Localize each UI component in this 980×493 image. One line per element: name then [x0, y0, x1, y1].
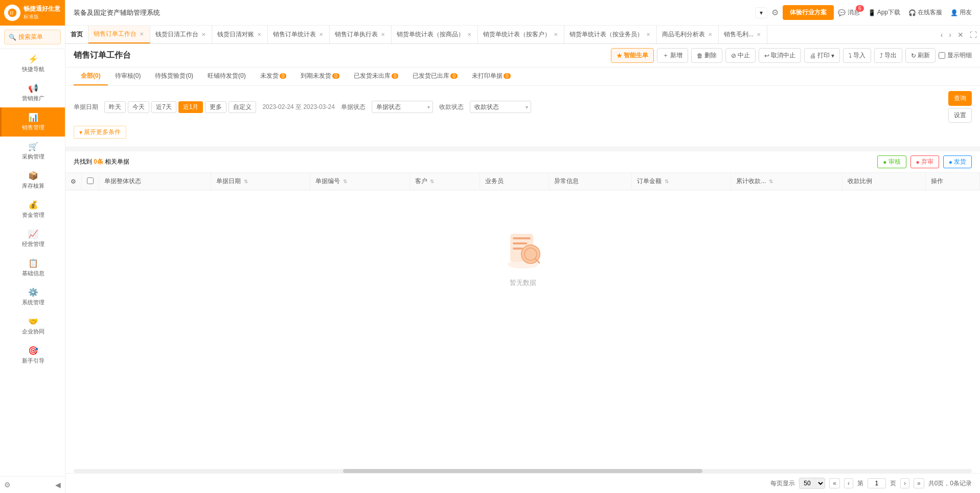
- sidebar-item-quick-nav[interactable]: ⚡ 快捷导航: [0, 49, 65, 78]
- tab-sales-summary-staff[interactable]: 销货单统计表（按业务员） ✕: [564, 26, 657, 43]
- tab-close-sales-exec[interactable]: ✕: [380, 31, 386, 38]
- tab-home[interactable]: 首页: [65, 26, 88, 43]
- refresh-button[interactable]: ↻ 刷新: [905, 48, 936, 63]
- sidebar-item-finance[interactable]: 💰 资金管理: [0, 195, 65, 224]
- tab-close-sales-order[interactable]: ✕: [139, 31, 145, 37]
- system-dropdown-button[interactable]: ▾: [755, 7, 767, 18]
- tab-sales-exec[interactable]: 销售订单执行表 ✕: [330, 26, 392, 43]
- sidebar-item-purchase[interactable]: 🛒 采购管理: [0, 137, 65, 166]
- col-client[interactable]: 客户 ⇅: [409, 173, 480, 190]
- user-menu-button[interactable]: 👤 用友: [950, 8, 972, 17]
- print-button[interactable]: 🖨 打印 ▾: [804, 48, 840, 63]
- subtab-pending-review[interactable]: 待审核(0): [108, 68, 148, 85]
- deliver-button[interactable]: ● 发货: [943, 155, 972, 168]
- date-btn-yesterday[interactable]: 昨天: [104, 101, 126, 113]
- tab-margin-analysis[interactable]: 商品毛利分析表 ✕: [657, 26, 719, 43]
- per-page-select[interactable]: 10 20 50 100: [799, 478, 825, 489]
- subtab-not-shipped[interactable]: 未发货0: [253, 68, 294, 85]
- prev-page-button[interactable]: ‹: [844, 478, 853, 488]
- delete-button[interactable]: 🗑 删除: [691, 48, 722, 63]
- query-button[interactable]: 查询: [948, 91, 972, 106]
- search-menu-button[interactable]: 🔍 搜索菜单: [4, 30, 61, 44]
- col-checkbox[interactable]: [82, 173, 99, 190]
- show-detail-checkbox[interactable]: [939, 52, 945, 59]
- tab-sales-summary-client[interactable]: 销货单统计表（按客户） ✕: [478, 26, 564, 43]
- tab-sales-stat[interactable]: 销售订单统计表 ✕: [268, 26, 330, 43]
- tab-sales-summary-product[interactable]: 销货单统计表（按商品） ✕: [392, 26, 478, 43]
- tab-sales-more[interactable]: 销售毛利... ✕: [719, 26, 767, 43]
- date-btn-1month[interactable]: 近1月: [178, 101, 203, 113]
- subtab-not-printed[interactable]: 未打印单据0: [465, 68, 518, 85]
- sidebar-item-collab[interactable]: 🤝 企业协同: [0, 311, 65, 341]
- date-btn-7days[interactable]: 近7天: [151, 101, 176, 113]
- import-button[interactable]: ⤵ 导入: [843, 48, 871, 63]
- subtab-pending-inspect[interactable]: 待拣货验货(0): [148, 68, 200, 85]
- message-button[interactable]: 💬 消息 6: [838, 8, 860, 17]
- col-collected[interactable]: 累计收款... ⇅: [731, 173, 842, 190]
- table-area: 共找到 0条 相关单据 ● 审核 ● 弃审 ● 发货: [65, 151, 980, 493]
- show-detail-label[interactable]: 显示明细: [939, 51, 972, 60]
- tab-close-sales-stat[interactable]: ✕: [318, 31, 324, 38]
- payment-select[interactable]: 收款状态: [470, 101, 531, 113]
- sidebar-item-inventory[interactable]: 📦 库存核算: [0, 166, 65, 195]
- sidebar-item-marketing[interactable]: 📢 营销推广: [0, 78, 65, 107]
- col-settings[interactable]: ⚙: [65, 173, 82, 190]
- cancel-suspend-button[interactable]: ↩ 取消中止: [759, 48, 801, 63]
- deliver-icon: ●: [949, 159, 952, 166]
- online-service-button[interactable]: 🎧 在线客服: [908, 8, 942, 17]
- unapprove-button[interactable]: ● 弃审: [910, 155, 939, 168]
- logo-area: 好 畅捷通好生意 标准版: [0, 0, 65, 26]
- col-number[interactable]: 单据编号 ⇅: [310, 173, 409, 190]
- new-button[interactable]: ＋ 新增: [657, 48, 688, 63]
- expand-conditions-button[interactable]: ▾ 展开更多条件: [74, 126, 126, 139]
- filter-settings-button[interactable]: 设置: [948, 108, 972, 123]
- app-download-button[interactable]: 📱 App下载: [868, 8, 900, 17]
- page-number-input[interactable]: [868, 478, 886, 488]
- suspend-button[interactable]: ⊘ 中止: [725, 48, 756, 63]
- tab-close-margin-analysis[interactable]: ✕: [707, 31, 713, 38]
- tab-close-cash-reconcile[interactable]: ✕: [256, 31, 262, 38]
- col-date[interactable]: 单据日期 ⇅: [211, 173, 310, 190]
- date-btn-custom[interactable]: 自定义: [229, 101, 256, 113]
- subtab-shipped-out[interactable]: 已发货已出库0: [405, 68, 465, 85]
- sidebar-item-system[interactable]: ⚙️ 系统管理: [0, 282, 65, 311]
- sidebar-collapse-button[interactable]: ◀: [55, 481, 61, 489]
- subtab-shipped-not-out[interactable]: 已发货未出库0: [347, 68, 406, 85]
- date-btn-today[interactable]: 今天: [128, 101, 149, 113]
- tab-cash-reconcile[interactable]: 钱货日清对账 ✕: [212, 26, 268, 43]
- subtab-all[interactable]: 全部(0): [74, 68, 108, 85]
- select-all-checkbox[interactable]: [87, 177, 94, 184]
- subtab-expired-not-shipped[interactable]: 到期未发货0: [293, 68, 347, 85]
- sidebar-item-base[interactable]: 📋 基础信息: [0, 253, 65, 282]
- tab-close-all-button[interactable]: ✕: [954, 29, 967, 41]
- tab-close-sales-summary-product[interactable]: ✕: [466, 31, 472, 38]
- tab-close-sales-summary-staff[interactable]: ✕: [645, 31, 651, 38]
- sidebar-item-sales[interactable]: 📊 销售管理: [0, 107, 65, 137]
- filter-row-1: 单据日期 昨天 今天 近7天 近1月 更多 自定义 2023-02-24 至 2…: [74, 91, 972, 123]
- first-page-button[interactable]: «: [829, 478, 840, 488]
- col-amount[interactable]: 订单金额 ⇅: [632, 173, 731, 190]
- subtab-wangpu-pending[interactable]: 旺铺待发货(0): [200, 68, 253, 85]
- date-btn-more[interactable]: 更多: [205, 101, 226, 113]
- approve-button[interactable]: ● 审核: [877, 155, 906, 168]
- tab-fullscreen-button[interactable]: ⛶: [967, 29, 980, 41]
- sidebar-settings-button[interactable]: ⚙: [4, 481, 11, 489]
- status-select[interactable]: 单据状态: [372, 101, 433, 113]
- tab-close-daily-cash[interactable]: ✕: [200, 31, 207, 38]
- tab-daily-cash[interactable]: 钱货日清工作台 ✕: [150, 26, 212, 43]
- smart-create-button[interactable]: ★ 智能生单: [611, 48, 654, 63]
- last-page-button[interactable]: »: [914, 478, 924, 488]
- sidebar-item-guide[interactable]: 🎯 新手引导: [0, 341, 65, 370]
- table-horizontal-scrollbar[interactable]: [74, 469, 972, 473]
- industry-solution-button[interactable]: 体验行业方案: [783, 5, 834, 20]
- scrollbar-thumb[interactable]: [343, 469, 702, 473]
- tab-scroll-right-button[interactable]: ›: [946, 29, 954, 41]
- tab-close-sales-summary-client[interactable]: ✕: [553, 31, 559, 38]
- sidebar-item-operation[interactable]: 📈 经营管理: [0, 224, 65, 253]
- tab-scroll-left-button[interactable]: ‹: [938, 29, 946, 41]
- next-page-button[interactable]: ›: [900, 478, 909, 488]
- tab-sales-order[interactable]: 销售订单工作台 ✕: [88, 26, 150, 43]
- tab-close-sales-more[interactable]: ✕: [756, 31, 762, 38]
- topbar-settings-button[interactable]: ⚙: [771, 8, 779, 17]
- export-button[interactable]: ⤴ 导出: [874, 48, 902, 63]
